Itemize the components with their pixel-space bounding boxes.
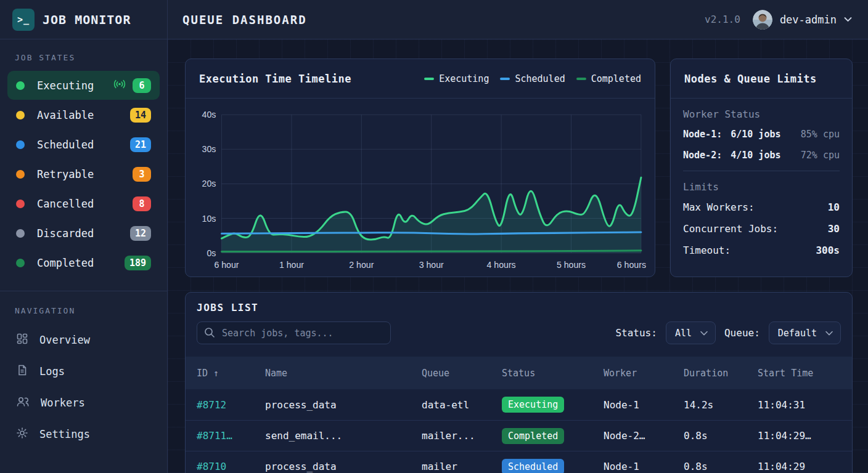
legend-label: Executing (439, 73, 489, 84)
status-filter-dropdown[interactable]: All (666, 321, 716, 344)
state-dot (16, 200, 25, 208)
sidebar-state-retryable[interactable]: Retryable3 (7, 160, 160, 188)
limit-label: Concurrent Jobs: (683, 223, 778, 235)
nodes-card-header: Nodes & Queue Limits (671, 59, 852, 99)
timeline-title: Execution Time Timeline (199, 73, 351, 85)
status-badge: Completed (502, 428, 564, 444)
version-label: v2.1.0 (705, 14, 740, 25)
job-duration: 0.8s (684, 461, 758, 472)
job-name: process_data (265, 461, 422, 472)
legend-label: Completed (591, 73, 641, 84)
x-axis-tick: 1 hour (279, 260, 304, 270)
node-cpu: 72% cpu (801, 150, 840, 161)
column-header[interactable]: Start Time (758, 368, 852, 379)
limits-label: Limits (683, 181, 840, 193)
table-row[interactable]: #8710process_datamailerScheduledNode-10.… (186, 451, 852, 473)
column-header[interactable]: ID ↑ (197, 368, 265, 379)
state-dot (16, 111, 25, 119)
limit-row: Concurrent Jobs:30 (683, 223, 840, 235)
page-title: QUEUE DASHBOARD (182, 13, 307, 26)
terminal-logo-icon: >_ (12, 9, 35, 31)
sidebar-item-logs[interactable]: Logs (0, 355, 167, 387)
search-box (197, 321, 391, 344)
job-queue: mailer (422, 461, 502, 472)
chevron-down-icon (825, 331, 833, 336)
column-header[interactable]: Name (265, 368, 422, 379)
worker-status-label: Worker Status (683, 108, 840, 120)
app-title: JOB MONITOR (43, 12, 131, 27)
username[interactable]: dev-admin (780, 14, 837, 26)
sidebar-item-workers[interactable]: Workers (0, 387, 167, 418)
job-id-link[interactable]: #8712 (197, 399, 265, 411)
job-duration: 0.8s (684, 430, 758, 442)
table-row[interactable]: #8712process_datadata-etlExecutingNode-1… (186, 389, 852, 420)
job-name: send_email... (265, 430, 422, 442)
queue-filter-value: Default (778, 328, 817, 339)
job-id-link[interactable]: #8711… (197, 430, 265, 442)
sidebar-item-overview[interactable]: Overview (0, 324, 167, 355)
chevron-down-icon[interactable] (844, 17, 852, 22)
x-axis-tick: 5 hours (557, 260, 586, 270)
x-axis-tick: 2 hour (349, 260, 374, 270)
sidebar-state-executing[interactable]: Executing6 (7, 71, 160, 100)
column-header[interactable]: Status (502, 368, 604, 379)
sidebar-state-available[interactable]: Available14 (7, 100, 160, 129)
jobs-table-header: ID ↑NameQueueStatusWorkerDurationStart T… (186, 357, 852, 389)
nav-item-label: Overview (39, 334, 90, 346)
queue-filter-label: Queue: (724, 327, 760, 339)
state-count-badge: 6 (133, 78, 151, 93)
y-axis-tick: 0s (207, 248, 216, 258)
sidebar-divider (0, 291, 167, 291)
queue-filter-dropdown[interactable]: Default (769, 321, 841, 344)
table-row[interactable]: #8711…send_email...mailer...CompletedNod… (186, 420, 852, 451)
sidebar-state-discarded[interactable]: Discarded12 (7, 219, 160, 248)
navigation-list: OverviewLogsWorkersSettings (0, 324, 167, 450)
users-icon (16, 395, 30, 410)
state-count-badge: 12 (130, 226, 151, 241)
top-bar: QUEUE DASHBOARD v2.1.0 dev-admin (168, 0, 868, 39)
state-count-badge: 189 (125, 256, 151, 270)
timeline-card: Execution Time Timeline ExecutingSchedul… (185, 59, 655, 277)
sidebar-item-settings[interactable]: Settings (0, 418, 167, 450)
column-header[interactable]: Worker (604, 368, 684, 379)
state-dot (16, 140, 25, 149)
column-header[interactable]: Queue (422, 368, 502, 379)
sidebar-state-cancelled[interactable]: Cancelled8 (7, 189, 160, 218)
limit-label: Timeout: (683, 245, 731, 256)
state-count-badge: 3 (133, 167, 151, 182)
timeline-chart: 0s10s20s30s40s6 hour1 hour2 hour3 hour4 … (190, 105, 646, 274)
state-dot (16, 81, 25, 90)
chart-legend: ExecutingScheduledCompleted (424, 73, 641, 84)
node-name: Node-2: (683, 150, 722, 161)
sidebar: JOB STATES Executing6Available14Schedule… (0, 39, 168, 473)
worker-status-row: Node-2:4/10 jobs72% cpu (683, 150, 840, 161)
limit-value: 10 (828, 201, 840, 213)
column-header[interactable]: Duration (684, 368, 758, 379)
y-axis-tick: 20s (202, 179, 216, 188)
node-jobs: 4/10 jobs (731, 150, 780, 161)
status-badge: Scheduled (502, 459, 564, 473)
main-content: Execution Time Timeline ExecutingSchedul… (168, 39, 868, 473)
job-queue: mailer... (422, 430, 502, 442)
x-axis-tick: 3 hour (419, 260, 444, 270)
state-label: Completed (37, 257, 94, 269)
limit-value: 30 (828, 223, 840, 235)
job-id-link[interactable]: #8710 (197, 461, 265, 472)
sidebar-state-scheduled[interactable]: Scheduled21 (7, 130, 160, 159)
legend-swatch (500, 78, 510, 80)
legend-label: Scheduled (515, 73, 565, 84)
logo-area: >_ JOB MONITOR (0, 0, 168, 39)
job-worker: Node-1 (604, 399, 684, 411)
search-input[interactable] (197, 321, 391, 344)
worker-status-row: Node-1:6/10 jobs85% cpu (683, 129, 840, 140)
chevron-down-icon (700, 331, 708, 336)
worker-status-list: Node-1:6/10 jobs85% cpuNode-2:4/10 jobs7… (683, 129, 840, 161)
legend-swatch (576, 78, 586, 80)
x-axis-tick: 4 hours (487, 260, 516, 270)
x-axis-tick: 6 hours (617, 260, 646, 270)
node-name: Node-1: (683, 129, 722, 140)
job-worker: Node-1 (604, 461, 684, 472)
sidebar-state-completed[interactable]: Completed189 (7, 248, 160, 277)
series-line-completed (222, 251, 641, 252)
avatar[interactable] (753, 10, 772, 30)
